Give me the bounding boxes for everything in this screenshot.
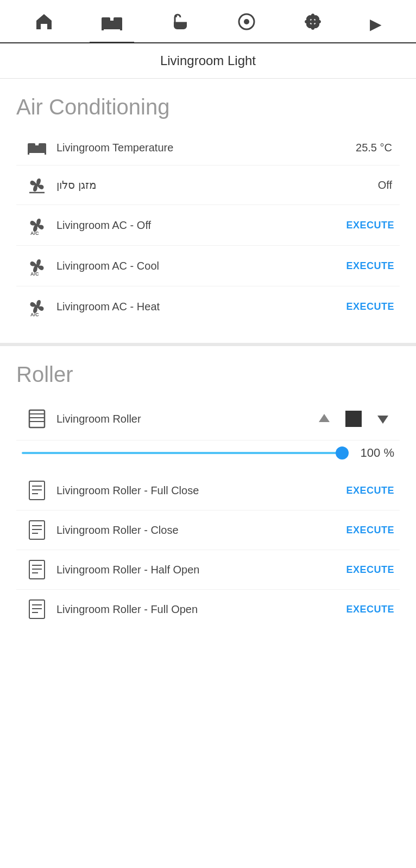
- air-conditioning-title: Air Conditioning: [16, 95, 400, 119]
- bedroom-sensor-icon: [22, 140, 52, 155]
- ac-cool-icon: A/C: [22, 256, 52, 276]
- ac-off-label: Livingroom AC - Off: [52, 219, 346, 232]
- ac-off-execute-button[interactable]: EXECUTE: [346, 218, 394, 233]
- roller-slider-container[interactable]: [22, 448, 348, 458]
- home-icon: [34, 12, 54, 36]
- list-item-ac-heat: A/C Livingroom AC - Heat EXECUTE: [16, 286, 400, 327]
- svg-point-8: [311, 20, 315, 24]
- list-item-ac-cool: A/C Livingroom AC - Cool EXECUTE: [16, 246, 400, 286]
- doc-half-open-icon: [22, 560, 52, 579]
- roller-full-close-execute-button[interactable]: EXECUTE: [346, 483, 394, 499]
- nav-home[interactable]: [23, 7, 65, 42]
- roller-section: Roller Livingroom Roller: [0, 346, 416, 645]
- ac-off-icon: A/C: [22, 215, 52, 235]
- doc-close-icon: [22, 520, 52, 540]
- roller-half-open-execute-button[interactable]: EXECUTE: [346, 562, 394, 578]
- svg-rect-1: [102, 17, 110, 24]
- list-item-livingroom-temp: Livingroom Temperature 25.5 °C: [16, 130, 400, 165]
- svg-text:A/C: A/C: [30, 312, 39, 317]
- svg-point-24: [35, 224, 39, 227]
- roller-up-button[interactable]: [313, 407, 336, 430]
- svg-rect-18: [28, 143, 35, 149]
- svg-rect-34: [349, 414, 358, 424]
- livingroom-temp-label: Livingroom Temperature: [52, 142, 356, 154]
- roller-full-open-label: Livingroom Roller - Full Open: [52, 603, 346, 616]
- svg-rect-20: [28, 152, 29, 155]
- svg-rect-21: [45, 152, 46, 155]
- nav-bath[interactable]: [160, 7, 201, 42]
- ac-heat-execute-button[interactable]: EXECUTE: [346, 299, 394, 315]
- ac-heat-icon: A/C: [22, 296, 52, 317]
- list-item-mazgan-salon: מזגן סלון Off: [16, 165, 400, 205]
- air-conditioning-section: Air Conditioning Livingroom Temperature …: [0, 79, 416, 343]
- nav-bedroom[interactable]: [90, 7, 134, 42]
- svg-point-22: [35, 183, 39, 187]
- svg-rect-3: [102, 27, 104, 30]
- roller-full-open-execute-button[interactable]: EXECUTE: [346, 602, 394, 617]
- ac-cool-label: Livingroom AC - Cool: [52, 260, 346, 272]
- roller-title: Roller: [16, 362, 400, 387]
- roller-half-open-label: Livingroom Roller - Half Open: [52, 564, 346, 576]
- svg-text:A/C: A/C: [30, 271, 39, 276]
- top-navigation: ▶: [0, 0, 416, 43]
- svg-point-5: [175, 15, 177, 17]
- svg-rect-2: [114, 17, 122, 24]
- ac-heat-label: Livingroom AC - Heat: [52, 301, 346, 313]
- roller-controls: [313, 407, 394, 430]
- doc-full-close-icon: [22, 481, 52, 500]
- roller-down-button[interactable]: [371, 407, 394, 430]
- circle-icon: [237, 12, 256, 36]
- livingroom-temp-value: 25.5 °C: [356, 142, 392, 154]
- roller-slider-value: 100 %: [356, 446, 394, 460]
- svg-rect-4: [120, 27, 122, 30]
- chevron-right-icon: ▶: [370, 15, 382, 33]
- mazgan-salon-value: Off: [378, 179, 392, 192]
- svg-text:A/C: A/C: [30, 231, 39, 235]
- roller-icon: [22, 409, 52, 429]
- ac-cool-execute-button[interactable]: EXECUTE: [346, 258, 394, 274]
- svg-point-28: [35, 305, 39, 308]
- roller-slider-row: 100 %: [16, 441, 400, 471]
- svg-point-26: [35, 264, 39, 267]
- doc-full-open-icon: [22, 599, 52, 619]
- livingroom-roller-label: Livingroom Roller: [52, 413, 313, 425]
- roller-stop-button[interactable]: [345, 411, 362, 427]
- mazgan-salon-label: מזגן סלון: [52, 178, 378, 192]
- flower-icon: [303, 12, 323, 36]
- nav-flower[interactable]: [292, 7, 333, 42]
- list-item-roller-full-open: Livingroom Roller - Full Open EXECUTE: [16, 590, 400, 629]
- roller-slider-track: [22, 452, 348, 454]
- nav-circle[interactable]: [226, 7, 267, 42]
- roller-slider-thumb[interactable]: [336, 446, 349, 459]
- list-item-roller-full-close: Livingroom Roller - Full Close EXECUTE: [16, 471, 400, 510]
- nav-more[interactable]: ▶: [359, 10, 393, 40]
- list-item-livingroom-roller: Livingroom Roller: [16, 398, 400, 441]
- ac-fan-icon: [22, 175, 52, 195]
- svg-rect-30: [29, 410, 45, 427]
- svg-point-7: [244, 19, 249, 24]
- bedroom-icon: [100, 12, 123, 36]
- list-item-roller-half-open: Livingroom Roller - Half Open EXECUTE: [16, 550, 400, 590]
- bath-icon: [171, 12, 190, 36]
- svg-rect-19: [39, 143, 46, 149]
- list-item-ac-off: A/C Livingroom AC - Off EXECUTE: [16, 205, 400, 246]
- roller-full-close-label: Livingroom Roller - Full Close: [52, 484, 346, 497]
- roller-close-label: Livingroom Roller - Close: [52, 524, 346, 537]
- list-item-roller-close: Livingroom Roller - Close EXECUTE: [16, 510, 400, 550]
- page-title: Livingroom Light: [0, 43, 416, 79]
- roller-close-execute-button[interactable]: EXECUTE: [346, 522, 394, 538]
